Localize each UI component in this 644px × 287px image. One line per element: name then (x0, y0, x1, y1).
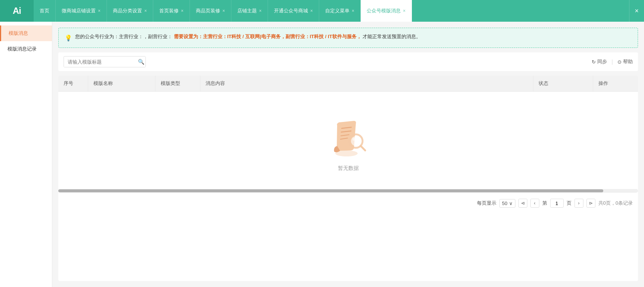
pagination: 每页显示 50 ∨ ⊲ ‹ 第 页 › ⊳ 共0页，0条记录 (58, 195, 638, 211)
page-input[interactable] (550, 199, 564, 208)
nav-tab-category-settings[interactable]: 商品分类设置× (107, 0, 153, 22)
content-area: 💡 您的公众号行业为：主营行业：，副营行业： 需要设置为：主营行业：IT科技 /… (52, 22, 644, 287)
search-button[interactable]: 🔍 (134, 57, 146, 67)
sync-button[interactable]: ↻ 同步 (592, 58, 607, 65)
tab-close-icon[interactable]: × (352, 8, 354, 13)
tab-close-icon[interactable]: × (222, 8, 225, 13)
notice-text: 您的公众号行业为：主营行业：，副营行业： 需要设置为：主营行业：IT科技 / 互… (75, 33, 421, 41)
nav-tab-label: 商品页装修 (196, 7, 220, 14)
nav-tab-label: 首页装修 (159, 7, 179, 14)
close-all-button[interactable]: × (629, 0, 644, 22)
search-wrap: 🔍 (64, 56, 146, 67)
nav-tab-template-message[interactable]: 公众号模版消息× (361, 0, 412, 22)
page-size-select[interactable]: 50 ∨ (499, 199, 515, 208)
sync-icon: ↻ (592, 59, 596, 65)
toolbar-right: ↻ 同步 | ⊙ 帮助 (592, 58, 633, 65)
th-type: 模版类型 (155, 76, 200, 91)
search-input[interactable] (64, 57, 134, 67)
empty-illustration (326, 114, 371, 159)
notice-highlight: 需要设置为：主营行业：IT科技 / 互联网|电子商务，副营行业：IT科技 / I… (174, 34, 361, 39)
nav-tab-store-theme[interactable]: 店铺主题× (231, 0, 268, 22)
nav-tab-label: 商品分类设置 (113, 7, 142, 14)
scroll-track[interactable] (58, 189, 638, 193)
th-status: 状态 (533, 76, 593, 91)
th-action: 操作 (593, 76, 638, 91)
nav-tabs: 首页微商城店铺设置×商品分类设置×首页装修×商品页装修×店铺主题×开通公众号商城… (34, 0, 629, 22)
nav-tab-open-mall[interactable]: 开通公众号商城× (268, 0, 319, 22)
nav-tab-product-decoration[interactable]: 商品页装修× (190, 0, 231, 22)
svg-point-6 (351, 136, 361, 146)
th-index: 序号 (58, 76, 88, 91)
nav-tab-label: 自定义菜单 (325, 7, 349, 14)
notice-box: 💡 您的公众号行业为：主营行业：，副营行业： 需要设置为：主营行业：IT科技 /… (58, 28, 638, 48)
divider: | (611, 59, 613, 65)
empty-text: 暂无数据 (338, 165, 359, 172)
table-wrap: 序号模版名称模版类型消息内容状态操作 (58, 76, 638, 281)
tab-close-icon[interactable]: × (98, 8, 101, 13)
page-size-label: 每页显示 (477, 200, 496, 207)
nav-logo: Ai (0, 0, 34, 22)
nav-tab-label: 开通公众号商城 (274, 7, 308, 14)
nav-tab-custom-menu[interactable]: 自定义菜单× (319, 0, 361, 22)
first-page-button[interactable]: ⊲ (518, 199, 527, 208)
svg-point-8 (352, 138, 355, 141)
tab-close-icon[interactable]: × (144, 8, 147, 13)
toolbar: 🔍 ↻ 同步 | ⊙ 帮助 (58, 52, 638, 71)
tab-close-icon[interactable]: × (181, 8, 184, 13)
scroll-thumb (58, 189, 603, 192)
top-nav: Ai 首页微商城店铺设置×商品分类设置×首页装修×商品页装修×店铺主题×开通公众… (0, 0, 644, 22)
tab-close-icon[interactable]: × (259, 8, 262, 13)
svg-line-7 (361, 146, 365, 150)
nav-tab-label: 首页 (40, 7, 49, 14)
chevron-down-icon: ∨ (509, 201, 513, 206)
empty-state: 暂无数据 (58, 92, 638, 187)
help-button[interactable]: ⊙ 帮助 (617, 58, 633, 65)
sidebar-item-template-record[interactable]: 模版消息记录 (0, 41, 52, 57)
main-layout: 模版消息模版消息记录 💡 您的公众号行业为：主营行业：，副营行业： 需要设置为：… (0, 22, 644, 287)
nav-tab-shop-settings[interactable]: 微商城店铺设置× (56, 0, 107, 22)
di-label: 第 (542, 200, 547, 207)
notice-icon: 💡 (65, 33, 72, 43)
nav-tab-label: 店铺主题 (237, 7, 257, 14)
tab-close-icon[interactable]: × (403, 8, 406, 13)
nav-tab-label: 公众号模版消息 (367, 7, 401, 14)
page-size-value: 50 (502, 201, 507, 206)
page-unit: 页 (567, 200, 571, 207)
sidebar-item-template-message[interactable]: 模版消息 (0, 25, 52, 41)
nav-tab-home-decoration[interactable]: 首页装修× (153, 0, 190, 22)
last-page-button[interactable]: ⊳ (586, 199, 595, 208)
table-header: 序号模版名称模版类型消息内容状态操作 (58, 76, 638, 92)
next-page-button[interactable]: › (574, 199, 583, 208)
sidebar: 模版消息模版消息记录 (0, 22, 52, 287)
prev-page-button[interactable]: ‹ (530, 199, 539, 208)
tab-close-icon[interactable]: × (310, 8, 313, 13)
total-info: 共0页，0条记录 (598, 200, 633, 207)
help-icon: ⊙ (617, 59, 622, 65)
th-name: 模版名称 (88, 76, 155, 91)
th-content: 消息内容 (200, 76, 533, 91)
nav-tab-label: 微商城店铺设置 (62, 7, 96, 14)
nav-tab-home[interactable]: 首页 (34, 0, 56, 22)
